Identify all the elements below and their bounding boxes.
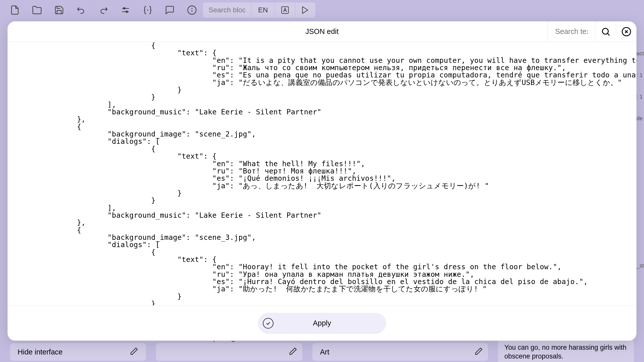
apply-button[interactable]: Apply [258, 313, 386, 334]
json-braces-button[interactable] [137, 0, 159, 20]
modal-header: JSON edit [8, 21, 636, 42]
dialog-text: You can go, no more harassing girls with… [504, 344, 626, 360]
hide-interface-label: Hide interface [18, 348, 63, 356]
art-label: Art [320, 348, 329, 356]
modal-footer: Apply [8, 305, 636, 341]
info-button[interactable] [181, 0, 203, 20]
hide-interface-button[interactable]: Hide interface [10, 343, 146, 361]
font-a-button[interactable] [275, 3, 295, 18]
close-button[interactable] [616, 21, 636, 42]
json-edit-modal: JSON edit { "text": { [8, 21, 636, 341]
pencil-icon [130, 347, 138, 357]
check-circle-icon [263, 318, 273, 329]
redo-button[interactable] [92, 0, 114, 20]
settings-sliders-button[interactable] [114, 0, 137, 20]
modal-title: JSON edit [305, 27, 339, 36]
search-block-input[interactable] [203, 3, 251, 18]
comment-button[interactable] [159, 0, 181, 20]
search-block-group: EN [203, 3, 315, 18]
pencil-icon[interactable] [474, 347, 483, 357]
play-button[interactable] [295, 3, 315, 18]
dialog-text-card[interactable]: You can go, no more harassing girls with… [498, 339, 634, 362]
bottom-panel: Hide interface scene: 1 | dialog: 3 Art … [0, 342, 644, 362]
search-text-input[interactable] [547, 21, 595, 42]
language-selector[interactable]: EN [251, 3, 275, 18]
save-button[interactable] [48, 0, 70, 20]
new-file-button[interactable] [4, 0, 26, 20]
top-toolbar: EN [0, 0, 644, 20]
apply-label: Apply [258, 319, 386, 327]
json-editor[interactable]: { "text": { "en": "It is a pity that you… [8, 42, 636, 305]
search-button[interactable] [595, 21, 616, 42]
obscured-right-panel: actic : 1 : 1 de _sta [636, 50, 644, 284]
svg-point-13 [602, 28, 608, 34]
undo-button[interactable] [70, 0, 92, 20]
open-folder-button[interactable] [26, 0, 48, 20]
svg-point-4 [147, 10, 148, 10]
pencil-icon[interactable] [289, 347, 297, 357]
svg-point-7 [192, 8, 192, 9]
art-panel[interactable]: Art [312, 343, 488, 361]
svg-marker-9 [303, 7, 308, 14]
scene-dialog-panel[interactable]: scene: 1 | dialog: 3 [156, 343, 302, 361]
svg-line-14 [607, 33, 609, 35]
